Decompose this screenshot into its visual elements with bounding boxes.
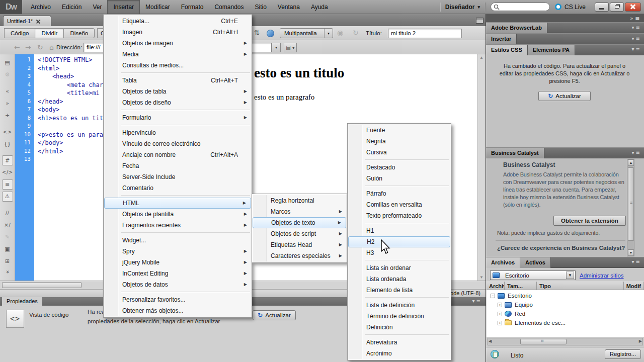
panel-menu-icon[interactable] — [631, 259, 640, 264]
menu-item[interactable]: Spry — [104, 246, 252, 257]
menu-item[interactable]: Objetos de datos — [104, 279, 252, 290]
get-extension-button[interactable]: Obtener la extensión — [553, 216, 626, 226]
address-dropdown-icon[interactable]: ▾ — [272, 43, 281, 52]
coding-toolbar-icon[interactable]: » — [2, 99, 13, 109]
panel-menu-icon[interactable] — [631, 46, 640, 52]
column-header[interactable]: Archivos locales — [487, 282, 505, 290]
scrollbar-thumb[interactable] — [2, 282, 82, 288]
menu-item[interactable]: Vínculo de correo electrónico — [104, 138, 252, 149]
coding-toolbar-icon[interactable]: ✎ — [2, 232, 13, 242]
scroll-up-icon[interactable]: ▲ — [628, 159, 634, 166]
document-tab[interactable]: Untitled-1* — [3, 16, 51, 26]
coding-toolbar-icon[interactable]: <> — [2, 127, 13, 137]
tree-row[interactable]: + Equipo — [487, 300, 644, 309]
multiscreen-button[interactable]: Multipantalla ▾ — [280, 28, 333, 38]
coding-toolbar-icon[interactable]: + — [2, 111, 13, 121]
close-button[interactable] — [625, 3, 641, 12]
column-header[interactable]: Tam... — [505, 282, 537, 290]
business-catalyst-tab[interactable]: Business Catalyst — [486, 148, 544, 158]
menubar-item[interactable]: Modificar — [140, 0, 176, 14]
browserlab-tab[interactable]: Adobe BrowserLab — [486, 23, 547, 33]
files-horizontal-scrollbar[interactable]: ◀ ▶ — [488, 338, 643, 345]
panel-menu-icon[interactable] — [631, 150, 640, 155]
coding-toolbar-icon[interactable]: ▣ — [2, 244, 13, 254]
panel-tab[interactable]: Archivos — [486, 257, 520, 268]
view-options-icon[interactable]: ▤ ▾ — [284, 43, 297, 52]
coding-toolbar-icon[interactable]: « — [2, 86, 13, 97]
column-header[interactable]: Modif — [624, 282, 644, 290]
panel-menu-icon[interactable] — [472, 298, 480, 304]
menu-item[interactable]: Obtener más objetos... — [104, 305, 252, 316]
scrollbar-thumb[interactable] — [520, 339, 567, 344]
menu-item[interactable]: Widget... — [104, 235, 252, 246]
menubar-item[interactable]: Archivo — [25, 0, 56, 14]
menu-item[interactable]: HTML — [104, 198, 251, 209]
menubar-item[interactable]: Edición — [56, 0, 87, 14]
menu-item[interactable]: Etiqueta... Ctrl+E — [104, 16, 252, 27]
panel-tab[interactable]: Activos — [520, 257, 551, 268]
menubar-item[interactable]: Comandos — [209, 0, 249, 14]
tree-row[interactable]: + Red — [487, 309, 644, 318]
cascade-windows-icon[interactable] — [476, 18, 484, 24]
coding-toolbar-icon[interactable]: ▤ — [2, 58, 13, 68]
menu-item[interactable]: Fuente — [348, 125, 451, 136]
tree-row[interactable]: + Elementos de esc... — [487, 318, 644, 327]
view-mode-button[interactable]: Código — [4, 28, 35, 38]
collapse-panels-icon[interactable]: » ≡ — [630, 15, 639, 22]
menu-item[interactable]: Imagen Ctrl+Alt+I — [104, 27, 252, 38]
menu-item[interactable]: Definición — [348, 322, 451, 333]
menu-item[interactable]: H3 — [348, 247, 451, 258]
coding-toolbar-icon[interactable]: ⊞ — [2, 256, 13, 266]
css-refresh-button[interactable]: Actualizar — [538, 91, 591, 101]
coding-toolbar-icon[interactable]: ≡ — [2, 179, 13, 190]
restore-button[interactable] — [610, 3, 624, 12]
menu-item[interactable]: Comillas en versalita — [348, 199, 451, 210]
document-title-input[interactable]: mi titulo 2 — [388, 29, 462, 38]
panel-scrollbar[interactable]: ▲ ▼ — [627, 159, 634, 256]
scroll-right-icon[interactable]: ▶ — [639, 339, 642, 343]
menu-item[interactable]: Acrónimo — [348, 348, 451, 359]
preview-in-browser-icon[interactable] — [267, 30, 274, 37]
menu-item[interactable]: Etiquetas Head — [252, 239, 347, 250]
menubar-item[interactable]: Ver — [87, 0, 107, 14]
column-header[interactable]: Tipo — [537, 282, 624, 290]
menu-item[interactable]: Objetos de texto — [253, 217, 346, 228]
menu-item[interactable]: Objetos de tabla — [104, 86, 252, 97]
coding-toolbar-icon[interactable]: # — [2, 155, 13, 165]
chevron-down-icon[interactable]: ▾ — [324, 29, 333, 38]
file-management-icon[interactable]: ⇅ — [254, 29, 260, 37]
search-input[interactable] — [491, 3, 550, 11]
menu-item[interactable]: InContext Editing — [104, 268, 252, 279]
menu-item[interactable]: Hipervínculo — [104, 127, 252, 138]
menubar-item[interactable]: Ventana — [272, 0, 305, 14]
menu-item[interactable]: H1 — [348, 225, 451, 236]
view-mode-button[interactable]: Diseño — [63, 28, 95, 38]
menu-item[interactable]: Destacado — [348, 162, 451, 173]
menu-item[interactable]: Tabla Ctrl+Alt+T — [104, 75, 252, 86]
menubar-item[interactable]: Insertar — [107, 0, 140, 14]
menu-item[interactable]: Fecha — [104, 160, 252, 171]
menu-item[interactable]: Negrita — [348, 136, 451, 147]
panel-menu-icon[interactable] — [631, 36, 640, 41]
properties-tab[interactable]: Propiedades — [2, 297, 42, 306]
chevron-down-icon[interactable]: ▼ — [566, 272, 574, 279]
menu-item[interactable]: Formulario — [104, 112, 252, 123]
menu-item[interactable]: Objetos de diseño — [104, 97, 252, 108]
menubar-item[interactable]: Sitio — [249, 0, 272, 14]
tab-close-icon[interactable] — [36, 19, 41, 24]
menu-item[interactable]: Comentario — [104, 183, 252, 194]
coding-toolbar-icon[interactable]: {} — [2, 139, 13, 149]
tree-expander[interactable]: + — [498, 312, 502, 316]
menu-item[interactable]: Lista sin ordenar — [348, 262, 451, 274]
menu-item[interactable]: Elemento de lista — [348, 285, 451, 296]
business-catalyst-question[interactable]: ¿Carece de experiencia en Business Catal… — [497, 245, 625, 251]
menu-item[interactable]: Anclaje con nombre Ctrl+Alt+A — [104, 149, 252, 160]
scroll-left-icon[interactable]: ◀ — [489, 339, 492, 343]
tree-expander[interactable]: + — [498, 303, 502, 307]
menu-item[interactable]: Lista de definición — [348, 300, 451, 311]
menu-item[interactable]: Objetos de imagen — [104, 38, 252, 49]
menu-item[interactable]: Caracteres especiales — [252, 250, 347, 261]
menu-item[interactable]: H2 — [348, 236, 450, 247]
menu-item[interactable]: Término de definición — [348, 311, 451, 322]
menu-item[interactable]: Marcos — [252, 206, 347, 217]
